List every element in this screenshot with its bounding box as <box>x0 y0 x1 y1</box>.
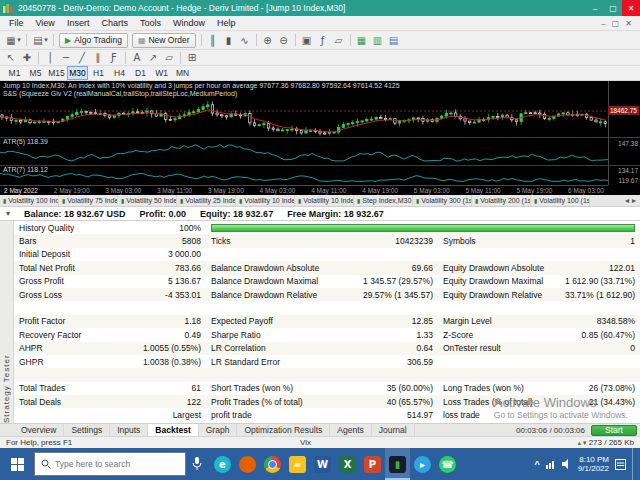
table-label: Short Trades (won %) <box>206 383 342 393</box>
algo-trading-button[interactable]: ▶Algo Trading <box>59 33 128 48</box>
tester-tab-journal[interactable]: Journal <box>372 424 415 436</box>
candles-chart-icon[interactable]: ▮ <box>221 33 237 47</box>
powerpoint-icon[interactable]: P <box>360 448 385 480</box>
menu-item-view[interactable]: View <box>30 18 61 28</box>
chevron-up-icon[interactable]: ^ <box>535 459 540 469</box>
date-axis[interactable]: 2 May 20222 May 19:003 May 03:003 May 11… <box>0 185 608 195</box>
chart-tab[interactable]: ▮Volatility 25 Index,M1 <box>177 195 236 206</box>
timeframe-m30[interactable]: M30 <box>67 66 88 80</box>
trendline-icon[interactable]: ╱ <box>74 51 90 65</box>
pane-separator[interactable] <box>0 137 640 138</box>
windows-logo-icon <box>11 458 24 471</box>
search-input[interactable] <box>55 459 173 469</box>
horizontal-line-icon[interactable]: ─ <box>58 51 74 65</box>
telegram-icon[interactable]: ▸ <box>410 448 435 480</box>
timeframe-w1[interactable]: W1 <box>151 66 172 80</box>
tester-tab-backtest[interactable]: Backtest <box>148 424 198 436</box>
show-desktop-button[interactable] <box>632 448 636 480</box>
menu-item-charts[interactable]: Charts <box>95 18 134 28</box>
scroll-right-icon[interactable]: ▸ <box>632 196 636 205</box>
line-chart-icon[interactable]: ∿ <box>237 33 253 47</box>
fibonacci-icon[interactable]: Ƒ <box>106 51 122 65</box>
taskbar-search[interactable] <box>34 452 186 476</box>
menu-item-window[interactable]: Window <box>167 18 211 28</box>
chart-tab[interactable]: ▮Volatility 200 (1s) Index,M30 <box>472 195 531 206</box>
scroll-left-icon[interactable]: ◂ <box>625 196 629 205</box>
chart-area[interactable]: Jump 10 Index,M30: An index with 10% vol… <box>0 81 640 195</box>
menu-item-tools[interactable]: Tools <box>134 18 167 28</box>
timeframe-m15[interactable]: M15 <box>46 66 67 80</box>
minimize-button[interactable]: – <box>586 0 604 16</box>
tester-tab-optimization-results[interactable]: Optimization Results <box>237 424 330 436</box>
mt5-icon[interactable]: ▮ <box>385 448 410 480</box>
balance-text: Balance: 18 932.67 USD <box>24 209 126 219</box>
chart-tab[interactable]: ▮Step Index,M30 <box>354 195 413 206</box>
zoom-in-icon[interactable]: ⊕ <box>260 33 276 47</box>
chart-tab[interactable]: ▮Volatility 75 Index,M30 <box>59 195 118 206</box>
timeframe-mn[interactable]: MN <box>172 66 193 80</box>
tile-windows-icon[interactable]: ▣ <box>299 33 315 47</box>
close-button[interactable]: ✕ <box>622 0 640 16</box>
tester-tab-settings[interactable]: Settings <box>64 424 110 436</box>
menu-item-insert[interactable]: Insert <box>61 18 96 28</box>
crosshair-icon[interactable]: ✚ <box>19 51 35 65</box>
menu-items: FileViewInsertChartsToolsWindowHelp <box>3 18 241 28</box>
word-icon[interactable]: W <box>310 448 335 480</box>
shapes-icon[interactable]: ▱ <box>161 51 177 65</box>
action-center-icon[interactable] <box>615 459 626 470</box>
timeframe-m5[interactable]: M5 <box>25 66 46 80</box>
tester-side-strip[interactable]: Strategy Tester <box>0 221 14 423</box>
arrow-object-icon[interactable]: ↗ <box>145 51 161 65</box>
grid-icon[interactable]: ⊞ <box>184 51 200 65</box>
chart-tab[interactable]: ▮Volatility 100 (1s) Index,M30 <box>531 195 590 206</box>
mdi-minimize-button[interactable]: – <box>601 19 605 28</box>
excel-icon[interactable]: X <box>335 448 360 480</box>
chart-tab[interactable]: ▮Volatility 10 Index,M30 <box>295 195 354 206</box>
chart-tab[interactable]: ▮Volatility 100 Index,M1 <box>0 195 59 206</box>
timeframe-d1[interactable]: D1 <box>130 66 151 80</box>
bars-chart-icon[interactable]: ║ <box>205 33 221 47</box>
market-watch-icon[interactable]: ▦ <box>354 33 370 47</box>
navigator-icon[interactable]: ▤ <box>386 33 402 47</box>
volume-icon[interactable] <box>562 459 572 469</box>
data-window-icon[interactable]: ▥ <box>370 33 386 47</box>
tester-tab-overview[interactable]: Overview <box>14 424 64 436</box>
taskbar-clock[interactable]: 8:10 PM 9/1/2022 <box>578 455 609 473</box>
file-explorer-icon[interactable]: ▰ <box>285 448 310 480</box>
menu-item-file[interactable]: File <box>3 18 30 28</box>
channel-icon[interactable]: ∥ <box>90 51 106 65</box>
firefox-icon[interactable] <box>235 448 260 480</box>
objects-icon[interactable]: ▱ <box>331 33 347 47</box>
chart-tab[interactable]: ▮Volatility 50 Index,M1 <box>118 195 177 206</box>
start-button[interactable]: Start <box>591 425 637 436</box>
new-order-button[interactable]: ▦New Order <box>132 33 196 48</box>
network-icon[interactable] <box>546 459 556 469</box>
timeframe-h4[interactable]: H4 <box>109 66 130 80</box>
expand-icon[interactable]: ▾ <box>6 209 10 218</box>
mdi-close-button[interactable]: ✕ <box>625 19 632 28</box>
whatsapp-icon[interactable]: ☎ <box>435 448 460 480</box>
pane-separator[interactable] <box>0 165 640 166</box>
menu-item-help[interactable]: Help <box>211 18 242 28</box>
chart-tab[interactable]: ▮Volatility 10 Index,M1 <box>236 195 295 206</box>
vertical-line-icon[interactable]: │ <box>42 51 58 65</box>
dropdown-icon[interactable]: ▾ <box>42 33 50 47</box>
microphone-icon[interactable] <box>186 457 208 471</box>
maximize-button[interactable]: ▢ <box>604 0 622 16</box>
indicators-icon[interactable]: ƒ <box>315 33 331 47</box>
tester-tab-agents[interactable]: Agents <box>330 424 371 436</box>
dropdown-icon[interactable]: ▾ <box>15 33 23 47</box>
zoom-out-icon[interactable]: ⊖ <box>276 33 292 47</box>
windows-start-button[interactable] <box>0 448 34 480</box>
tester-tab-inputs[interactable]: Inputs <box>110 424 148 436</box>
mdi-restore-button[interactable]: ▢ <box>612 19 620 28</box>
timeframe-m1[interactable]: M1 <box>4 66 25 80</box>
text-label-icon[interactable]: A <box>129 51 145 65</box>
timeframe-h1[interactable]: H1 <box>88 66 109 80</box>
chart-tab[interactable]: ▮Volatility 300 (1s) Index,M30 <box>413 195 472 206</box>
tester-tab-graph[interactable]: Graph <box>199 424 238 436</box>
price-axis[interactable]: 18462.75 147.38 134.17 119.67 <box>608 81 640 185</box>
chrome-icon[interactable] <box>260 448 285 480</box>
cursor-icon[interactable]: ↖ <box>3 51 19 65</box>
edge-icon[interactable]: e <box>210 448 235 480</box>
